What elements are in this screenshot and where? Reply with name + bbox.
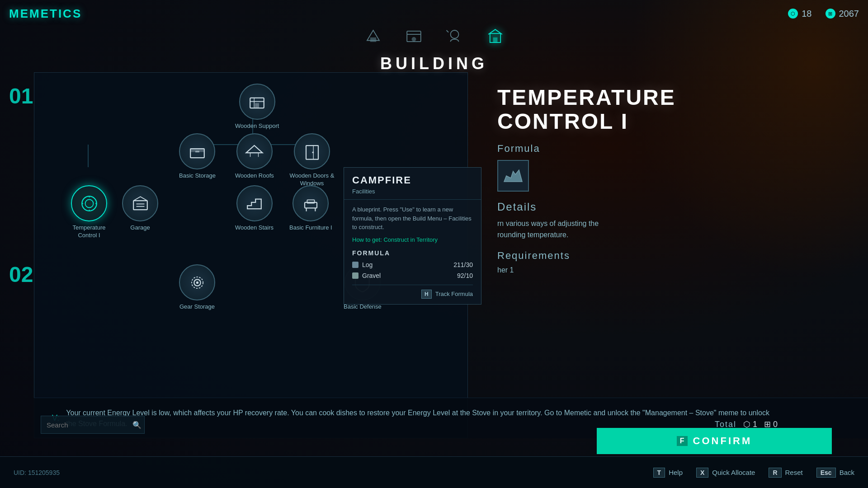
node-label-garage: Garage (130, 224, 150, 232)
reset-key: R (769, 468, 781, 478)
node-wooden-stairs[interactable]: Wooden Stairs (235, 185, 274, 232)
node-label-basic-storage: Basic Storage (179, 172, 216, 180)
requirements-label: Requirements (497, 250, 850, 262)
node-basic-furniture[interactable]: Basic Furniture I (289, 185, 332, 232)
gems-icon: ⬡ (788, 9, 798, 19)
resource-gravel-name: Gravel (352, 272, 381, 279)
svg-point-30 (82, 196, 96, 211)
resource-log-label: Log (362, 261, 373, 268)
node-circle-gear-storage (179, 264, 215, 300)
track-label: Track Formula (435, 291, 473, 297)
resource-gravel-icon (352, 272, 359, 279)
node-circle-garage (122, 185, 158, 221)
help-key: T (653, 468, 665, 478)
svg-point-3 (412, 37, 416, 41)
details-text: rn various ways of adjusting therounding… (497, 218, 850, 241)
header-stats: ⬡ 18 ⊞ 2067 (788, 9, 859, 19)
track-formula-row[interactable]: H Track Formula (352, 285, 473, 299)
section-title: BUILDING (380, 54, 488, 73)
node-circle-wooden-support (239, 84, 275, 120)
svg-point-31 (85, 199, 93, 207)
formula-icon-box (497, 160, 529, 192)
quick-allocate-label: Quick Allocate (712, 469, 755, 476)
quick-allocate-key: X (696, 468, 708, 478)
node-basic-storage[interactable]: Basic Storage (179, 133, 216, 180)
reset-label: Reset (785, 469, 803, 476)
popup-description: A blueprint. Press "Use" to learn a new … (352, 205, 473, 232)
popup-header: CAMPFIRE Facilities (344, 168, 481, 200)
currency-icon: ⊞ (826, 9, 835, 19)
node-gear-storage[interactable]: Gear Storage (179, 264, 215, 311)
resource-log-icon (352, 262, 359, 268)
confirm-key: F (677, 436, 688, 446)
confirm-button[interactable]: F CONFIRM (597, 428, 832, 454)
search-icon: 🔍 (132, 421, 142, 429)
popup-tag: Facilities (352, 188, 473, 195)
node-temperature-control[interactable]: Temperature Control I (66, 185, 112, 239)
control-back[interactable]: Esc Back (816, 468, 854, 478)
node-circle-temperature (71, 185, 107, 221)
tab-3[interactable] (441, 23, 468, 50)
popup-title: CAMPFIRE (352, 174, 473, 186)
resource-log-name: Log (352, 261, 373, 268)
confirm-label: CONFIRM (693, 435, 752, 447)
control-help[interactable]: T Help (653, 468, 683, 478)
back-key: Esc (816, 468, 836, 478)
resource-log-value: 211/30 (453, 261, 473, 268)
details-label: Details (497, 201, 850, 213)
currency-value: 2067 (839, 9, 859, 19)
svg-rect-36 (133, 201, 147, 210)
resource-gravel-value: 92/10 (457, 272, 473, 279)
bottom-controls: T Help X Quick Allocate R Reset Esc Back (653, 468, 854, 478)
search-input[interactable] (47, 421, 132, 429)
track-key: H (421, 290, 432, 299)
node-wooden-support[interactable]: Wooden Support (235, 84, 279, 130)
node-label-basic-furniture: Basic Furniture I (289, 224, 332, 232)
node-label-basic-defense: Basic Defense (344, 303, 382, 311)
control-reset[interactable]: R Reset (769, 468, 802, 478)
item-title: TEMPERATURECONTROL I (497, 86, 850, 134)
node-wooden-doors-windows[interactable]: Wooden Doors & Windows (289, 133, 335, 188)
app-title: MEMETICS (9, 7, 82, 21)
resource-gravel-label: Gravel (362, 272, 381, 279)
svg-line-5 (446, 30, 448, 33)
formula-icon (502, 164, 524, 187)
control-quick-allocate[interactable]: X Quick Allocate (696, 468, 755, 478)
svg-rect-0 (370, 38, 376, 42)
bottom-bar: UID: 151205935 T Help X Quick Allocate R… (0, 456, 868, 488)
node-label-temperature: Temperature Control I (66, 224, 112, 239)
formula-section-label: FORMULA (352, 249, 473, 257)
node-circle-basic-storage (179, 133, 215, 169)
search-bar[interactable]: 🔍 (41, 416, 145, 434)
formula-label: Formula (497, 143, 850, 155)
stat-gems: ⬡ 18 (788, 9, 811, 19)
node-garage[interactable]: Garage (122, 185, 158, 232)
help-label: Help (669, 469, 683, 476)
howto-value: Construct in Territory (383, 236, 438, 243)
tab-row (359, 23, 509, 50)
svg-point-45 (196, 281, 198, 283)
node-circle-wooden-doors (294, 133, 330, 169)
node-label-wooden-roofs: Wooden Roofs (235, 172, 274, 180)
popup-howto: How to get: Construct in Territory (352, 236, 473, 243)
requirement-item: her 1 (497, 266, 850, 274)
svg-rect-23 (195, 150, 199, 152)
svg-rect-20 (255, 103, 259, 108)
row-label-01: 01 (9, 84, 33, 108)
svg-point-29 (312, 151, 314, 153)
node-label-wooden-support: Wooden Support (235, 122, 279, 130)
resource-gravel: Gravel 92/10 (352, 272, 473, 279)
tab-1[interactable] (359, 23, 387, 50)
node-circle-wooden-stairs (236, 185, 273, 221)
tab-building[interactable] (481, 23, 509, 50)
gems-value: 18 (802, 9, 811, 19)
svg-point-4 (450, 30, 458, 38)
uid-display: UID: 151205935 (14, 469, 60, 476)
node-circle-basic-furniture (292, 185, 329, 221)
tab-2[interactable] (400, 23, 427, 50)
back-label: Back (840, 469, 854, 476)
right-panel: TEMPERATURECONTROL I Formula Details rn … (479, 72, 868, 438)
node-wooden-roofs[interactable]: Wooden Roofs (235, 133, 274, 180)
node-label-gear-storage: Gear Storage (179, 303, 215, 311)
campfire-popup: CAMPFIRE Facilities A blueprint. Press "… (344, 167, 481, 305)
